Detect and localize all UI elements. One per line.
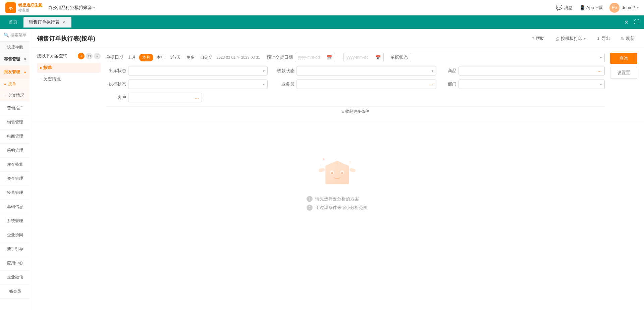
sidebar-item-inventory[interactable]: 库存核算 — [0, 158, 30, 172]
sidebar-item-guide[interactable]: 新手引导 — [0, 242, 30, 256]
sidebar-item-cooperation[interactable]: 企业协同 — [0, 228, 30, 242]
svg-text:✦: ✦ — [322, 157, 325, 162]
collapse-more-button[interactable]: « 收起更多条件 — [106, 106, 605, 116]
print-chevron-icon: ▾ — [584, 37, 586, 41]
close-window-icon[interactable]: ✕ — [623, 18, 630, 27]
goods-more-icon: ··· — [597, 68, 602, 74]
settings-button[interactable]: 设置置 — [610, 67, 637, 79]
sidebar-item-ecommerce[interactable]: 电商管理 — [0, 130, 30, 144]
message-icon: 💬 — [556, 4, 562, 11]
date-tab-more[interactable]: 更多 — [184, 54, 197, 61]
department-select[interactable]: ▾ — [459, 80, 605, 89]
logo-text: 畅捷通好生意 标准版 — [18, 3, 42, 13]
collapse-scheme-button[interactable]: « — [94, 53, 101, 59]
sidebar-item-members[interactable]: 畅会员 — [0, 285, 30, 299]
svg-rect-8 — [349, 168, 356, 172]
date-dash: — — [337, 55, 341, 60]
sidebar-item-wholesale[interactable]: 批发管理 ▴ — [0, 66, 30, 79]
sidebar-item-operations[interactable]: 经营管理 — [0, 186, 30, 200]
date-tab-custom[interactable]: 自定义 — [198, 54, 215, 61]
empty-tip-1: 1 请先选择要分析的方案 — [307, 196, 368, 202]
sidebar-search[interactable]: 🔍 搜索菜单 — [0, 29, 30, 42]
sidebar-item-purchase[interactable]: 采购管理 — [0, 144, 30, 158]
add-scheme-button[interactable]: + — [78, 53, 85, 59]
refresh-button[interactable]: ↻ 刷新 — [618, 34, 637, 43]
customer-input[interactable]: ··· — [128, 93, 202, 102]
print-icon: 🖨 — [555, 36, 559, 41]
chevron-down-icon: ▾ — [93, 6, 95, 9]
goods-input[interactable]: ··· — [459, 66, 605, 75]
out-status-select[interactable]: ▾ — [128, 66, 268, 75]
svg-rect-7 — [318, 168, 325, 172]
close-tab-icon[interactable]: ✕ — [61, 20, 66, 24]
scheme-panel: 按以下方案查询 + ↻ « ● 按单 ○ 欠资情况 — [37, 53, 101, 116]
query-button[interactable]: 查询 — [610, 53, 637, 64]
date-tabs: 上月 本月 本年 近7天 更多 自定义 — [125, 54, 215, 61]
sidebar-item-sales[interactable]: 销售管理 — [0, 115, 30, 130]
sidebar-sub-item-orders[interactable]: ● 按单 — [0, 79, 30, 90]
expected-date-start[interactable]: yyyy-mm-dd 📅 — [295, 53, 335, 62]
date-range-text: 2023-03-01 至 2023-03-31 — [217, 55, 260, 60]
arrears-dot-icon: ○ — [4, 94, 6, 97]
scheme-panel-icons: + ↻ « — [78, 53, 101, 59]
top-header: 畅捷通好生意 标准版 办公用品行业模拟账套 ▾ 💬 消息 📱 App下载 Ea … — [0, 0, 644, 15]
empty-tips: 1 请先选择要分析的方案 2 用过滤条件来缩小分析范围 — [307, 196, 368, 211]
date-tab-this-year[interactable]: 本年 — [154, 54, 167, 61]
sidebar-quick-nav[interactable]: 快捷导航 — [0, 42, 30, 53]
sidebar-item-retail[interactable]: 零售管理 ▾ — [0, 53, 30, 66]
exec-status-select[interactable]: ▾ — [128, 80, 268, 89]
header-right: 💬 消息 📱 App下载 Ea demo2 ▾ — [556, 3, 639, 13]
help-button[interactable]: ? 帮助 — [529, 34, 547, 43]
filter-date-group: 单据日期 上月 本月 本年 近7天 更多 自定义 2023-03-01 至 20… — [106, 54, 260, 61]
sidebar-item-marketing[interactable]: 营销推广 — [0, 101, 30, 115]
refresh-scheme-button[interactable]: ↻ — [86, 53, 93, 59]
scheme-active-icon: ● — [40, 65, 42, 70]
expand-window-icon[interactable]: ⛶ — [633, 18, 641, 27]
date-tab-7days[interactable]: 近7天 — [168, 54, 183, 61]
user-menu[interactable]: Ea demo2 ▾ — [609, 3, 639, 13]
scheme-item-arrears[interactable]: ○ 欠资情况 — [37, 74, 101, 84]
export-button[interactable]: ⬇ 导出 — [594, 34, 613, 43]
department-chevron-icon: ▾ — [600, 83, 602, 86]
filter-fields: 单据日期 上月 本月 本年 近7天 更多 自定义 2023-03-01 至 20… — [106, 53, 605, 116]
salesperson-more-icon: ··· — [429, 82, 433, 87]
calendar-start-icon: 📅 — [327, 55, 332, 60]
sidebar-item-system[interactable]: 系统管理 — [0, 214, 30, 228]
sidebar-item-apps[interactable]: 应用中心 — [0, 256, 30, 270]
sidebar-item-base-info[interactable]: 基础信息 — [0, 200, 30, 214]
print-button[interactable]: 🖨 按模板打印 ▾ — [552, 34, 588, 43]
salesperson-input[interactable]: ··· — [297, 80, 436, 89]
tab-home[interactable]: 首页 — [3, 17, 23, 28]
collect-status-select[interactable]: ▾ — [297, 66, 436, 75]
help-icon: ? — [532, 36, 534, 41]
download-icon: 📱 — [579, 5, 585, 10]
empty-state: ✦ ✦ ✦ 1 请先选择要分析的方案 2 用过滤条件来缩小分析范围 — [30, 122, 644, 238]
wholesale-chevron-icon: ▴ — [24, 70, 26, 74]
app-download-button[interactable]: 📱 App下载 — [579, 5, 603, 11]
svg-text:✦: ✦ — [349, 160, 352, 164]
filter-goods: 商品 ··· — [443, 66, 605, 75]
tip-number-2: 2 — [307, 205, 313, 211]
date-tab-last-month[interactable]: 上月 — [125, 54, 138, 61]
svg-point-5 — [331, 172, 333, 174]
filter-expected-date: 预计交货日期 yyyy-mm-dd 📅 — yyyy-mm-dd 📅 — [267, 53, 384, 62]
order-status-select[interactable]: ▾ — [410, 53, 605, 62]
nav-tabs-actions: ✕ ⛶ — [623, 18, 641, 27]
sidebar-item-finance[interactable]: 资金管理 — [0, 172, 30, 186]
sidebar-sub-item-arrears[interactable]: ○ 欠资情况 — [0, 90, 30, 101]
message-button[interactable]: 💬 消息 — [556, 4, 573, 11]
order-status-chevron-icon: ▾ — [600, 56, 602, 59]
exec-status-chevron-icon: ▾ — [263, 83, 265, 86]
main-layout: 🔍 搜索菜单 快捷导航 零售管理 ▾ 批发管理 ▴ ● 按单 ○ 欠资情况 营销… — [0, 29, 644, 310]
expected-date-end[interactable]: yyyy-mm-dd 📅 — [343, 53, 384, 62]
filter-row-3: 执行状态 ▾ 业务员 ··· — [106, 80, 605, 89]
header-left: 畅捷通好生意 标准版 办公用品行业模拟账套 ▾ — [5, 2, 98, 13]
sidebar-item-wechat[interactable]: 企业微信 — [0, 270, 30, 285]
svg-rect-2 — [325, 166, 349, 184]
date-tab-this-month[interactable]: 本月 — [139, 54, 153, 61]
nav-tabs: 首页 销售订单执行表 ✕ ✕ ⛶ — [0, 15, 644, 29]
app-selector[interactable]: 办公用品行业模拟账套 ▾ — [46, 3, 98, 12]
tab-sales-order[interactable]: 销售订单执行表 ✕ — [23, 17, 71, 28]
scheme-panel-header: 按以下方案查询 + ↻ « — [37, 53, 101, 59]
scheme-item-orders[interactable]: ● 按单 — [37, 63, 101, 73]
